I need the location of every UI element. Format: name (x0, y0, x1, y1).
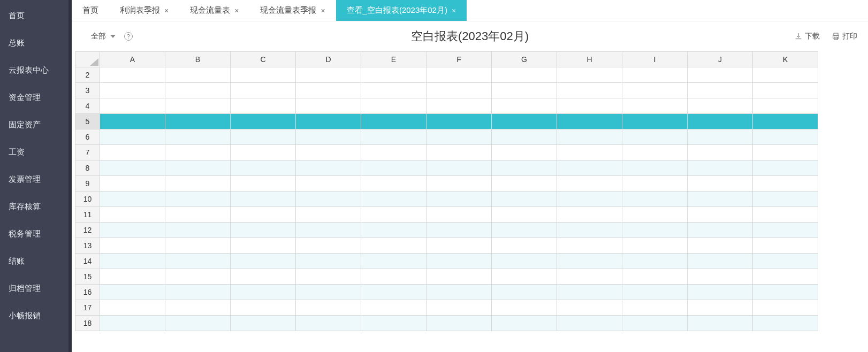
cell[interactable] (688, 67, 753, 83)
cell[interactable] (622, 114, 688, 129)
row-header[interactable]: 18 (75, 316, 100, 331)
column-header[interactable]: F (427, 52, 492, 67)
cell[interactable] (165, 223, 231, 238)
cell[interactable] (492, 114, 557, 129)
cell[interactable] (557, 145, 622, 160)
row-header[interactable]: 13 (75, 238, 100, 254)
cell[interactable] (622, 160, 688, 176)
cell[interactable] (753, 98, 818, 114)
cell[interactable] (492, 316, 557, 331)
cell[interactable] (753, 129, 818, 145)
cell[interactable] (100, 83, 165, 98)
cell[interactable] (622, 223, 688, 238)
cell[interactable] (100, 67, 165, 83)
cell[interactable] (622, 207, 688, 223)
cell[interactable] (361, 160, 427, 176)
tab-profit-quarterly[interactable]: 利润表季报 × (109, 0, 179, 21)
cell[interactable] (231, 285, 296, 300)
cell[interactable] (557, 254, 622, 269)
cell[interactable] (622, 285, 688, 300)
column-header[interactable]: G (492, 52, 557, 67)
cell[interactable] (427, 98, 492, 114)
cell[interactable] (361, 300, 427, 316)
cell[interactable] (557, 160, 622, 176)
cell[interactable] (231, 223, 296, 238)
cell[interactable] (361, 269, 427, 285)
cell[interactable] (100, 285, 165, 300)
cell[interactable] (296, 300, 361, 316)
cell[interactable] (492, 129, 557, 145)
column-header[interactable]: H (557, 52, 622, 67)
cell[interactable] (492, 67, 557, 83)
cell[interactable] (557, 207, 622, 223)
cell[interactable] (492, 207, 557, 223)
cell[interactable] (165, 316, 231, 331)
cell[interactable] (492, 223, 557, 238)
sheet-corner[interactable] (75, 52, 100, 67)
cell[interactable] (296, 129, 361, 145)
cell[interactable] (557, 223, 622, 238)
cell[interactable] (557, 129, 622, 145)
sidebar-item-home[interactable]: 首页 (0, 2, 68, 29)
cell[interactable] (753, 269, 818, 285)
cell[interactable] (688, 300, 753, 316)
cell[interactable] (165, 129, 231, 145)
cell[interactable] (231, 145, 296, 160)
cell[interactable] (165, 160, 231, 176)
cell[interactable] (622, 300, 688, 316)
cell[interactable] (361, 223, 427, 238)
cell[interactable] (165, 192, 231, 207)
sidebar-item-salary[interactable]: 工资 (0, 139, 68, 166)
tab-cashflow[interactable]: 现金流量表 × (179, 0, 249, 21)
cell[interactable] (231, 269, 296, 285)
cell[interactable] (557, 269, 622, 285)
cell[interactable] (361, 98, 427, 114)
cell[interactable] (165, 207, 231, 223)
cell[interactable] (427, 300, 492, 316)
cell[interactable] (688, 145, 753, 160)
cell[interactable] (688, 114, 753, 129)
cell[interactable] (231, 300, 296, 316)
sidebar-item-funds[interactable]: 资金管理 (0, 84, 68, 111)
cell[interactable] (100, 223, 165, 238)
cell[interactable] (231, 114, 296, 129)
cell[interactable] (753, 114, 818, 129)
cell[interactable] (557, 238, 622, 254)
column-header[interactable]: C (231, 52, 296, 67)
row-header[interactable]: 16 (75, 285, 100, 300)
cell[interactable] (231, 98, 296, 114)
cell[interactable] (165, 254, 231, 269)
cell[interactable] (688, 192, 753, 207)
cell[interactable] (557, 98, 622, 114)
cell[interactable] (427, 223, 492, 238)
cell[interactable] (622, 98, 688, 114)
cell[interactable] (557, 192, 622, 207)
cell[interactable] (100, 114, 165, 129)
cell[interactable] (427, 67, 492, 83)
cell[interactable] (753, 316, 818, 331)
row-header[interactable]: 5 (75, 114, 100, 129)
cell[interactable] (100, 129, 165, 145)
tab-view-blank-report[interactable]: 查看_空白报表(2023年02月) × (336, 0, 467, 21)
cell[interactable] (296, 83, 361, 98)
cell[interactable] (231, 238, 296, 254)
cell[interactable] (753, 176, 818, 192)
cell[interactable] (231, 129, 296, 145)
cell[interactable] (557, 300, 622, 316)
cell[interactable] (492, 192, 557, 207)
row-header[interactable]: 11 (75, 207, 100, 223)
download-button[interactable]: 下载 (794, 32, 820, 41)
cell[interactable] (296, 145, 361, 160)
cell[interactable] (753, 300, 818, 316)
cell[interactable] (622, 192, 688, 207)
cell[interactable] (427, 114, 492, 129)
sidebar-item-closing[interactable]: 结账 (0, 248, 68, 275)
cell[interactable] (296, 176, 361, 192)
tab-home[interactable]: 首页 (72, 0, 109, 21)
cell[interactable] (296, 160, 361, 176)
cell[interactable] (622, 129, 688, 145)
row-header[interactable]: 6 (75, 129, 100, 145)
cell[interactable] (296, 223, 361, 238)
row-header[interactable]: 8 (75, 160, 100, 176)
cell[interactable] (100, 98, 165, 114)
